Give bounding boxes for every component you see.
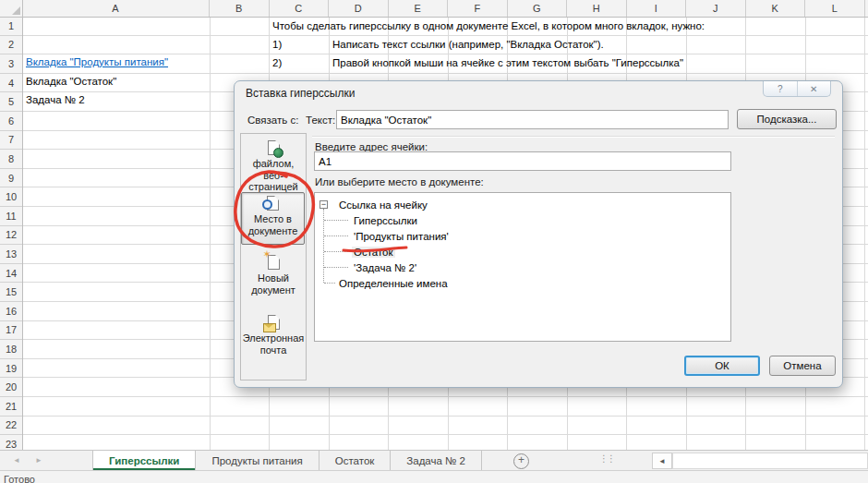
- help-icon[interactable]: ?: [764, 81, 797, 96]
- sheet-tabs: ГиперссылкиПродукты питанияОстатокЗадача…: [92, 451, 482, 470]
- close-icon[interactable]: ✕: [797, 81, 831, 96]
- insert-hyperlink-dialog: Вставка гиперссылки ? ✕ Связать с: Текст…: [234, 80, 843, 388]
- sheet-tab-1[interactable]: Гиперссылки: [92, 451, 196, 470]
- column-header-K[interactable]: K: [746, 0, 806, 17]
- row-header-5[interactable]: 5: [0, 92, 22, 112]
- link-to-item-label: Место в документе: [242, 213, 304, 236]
- tree-item-sheet-3[interactable]: Остаток: [324, 244, 395, 260]
- row-header-13[interactable]: 13: [0, 245, 22, 264]
- column-header-D[interactable]: D: [329, 0, 389, 17]
- link-to-new-document[interactable]: ✶Новый документ: [242, 252, 305, 296]
- row-header-17[interactable]: 17: [0, 321, 22, 341]
- cell-c1[interactable]: Чтобы сделать гиперссылку в одном докуме…: [272, 19, 705, 33]
- cell-d3[interactable]: Правой кнопкой мыши на ячейке с этим тек…: [332, 56, 683, 70]
- tree-item-label: 'Задача № 2': [352, 262, 418, 273]
- select-place-label: Или выберите место в документе:: [315, 176, 484, 187]
- place-in-document-icon: [267, 196, 279, 211]
- ok-button[interactable]: ОК: [684, 356, 760, 376]
- horizontal-scrollbar[interactable]: [672, 453, 868, 469]
- cell-address-input[interactable]: [314, 151, 731, 171]
- cell-d2[interactable]: Написать текст ссылки (например, "Вкладк…: [332, 38, 604, 52]
- dialog-sidebar: файлом, веб-страницейМесто в документе✶Н…: [240, 133, 307, 380]
- status-ready-label: Готово: [4, 474, 35, 483]
- row-header-14[interactable]: 14: [0, 264, 22, 284]
- sheet-tab-3[interactable]: Остаток: [319, 451, 392, 470]
- tree-item-label: Гиперссылки: [352, 215, 419, 226]
- row-header-22[interactable]: 22: [0, 417, 22, 436]
- cell-c3[interactable]: 2): [272, 56, 282, 70]
- row-header-20[interactable]: 20: [0, 378, 22, 397]
- column-header-G[interactable]: G: [508, 0, 568, 17]
- tree-item-label: 'Продукты питания': [352, 231, 451, 242]
- collapse-icon[interactable]: −: [319, 200, 328, 209]
- tree-item-sheet-1[interactable]: Гиперссылки: [324, 212, 419, 228]
- row-header-23[interactable]: 23: [0, 435, 22, 450]
- column-header-A[interactable]: A: [22, 0, 210, 17]
- tree-item-sheet-2[interactable]: 'Продукты питания': [324, 228, 451, 244]
- row-headers: 1234567891011121314151617181920212223: [0, 0, 23, 450]
- tab-scroll-right-icon[interactable]: ►: [35, 456, 42, 465]
- column-headers: ABCDEFGHIJKL: [0, 0, 868, 18]
- row-header-21[interactable]: 21: [0, 397, 22, 417]
- link-to-place-in-document[interactable]: Место в документе: [241, 192, 305, 245]
- row-header-4[interactable]: 4: [0, 74, 22, 93]
- tab-splitter-handle[interactable]: ⋮⋮: [599, 453, 614, 464]
- row-header-6[interactable]: 6: [0, 112, 22, 131]
- tree-connector: [324, 283, 335, 284]
- column-header-C[interactable]: C: [270, 0, 330, 17]
- dialog-title[interactable]: Вставка гиперссылки: [246, 87, 355, 100]
- tree-root-cell-reference[interactable]: Ссылка на ячейку: [337, 197, 429, 212]
- row-header-10[interactable]: 10: [0, 187, 22, 207]
- dialog-system-buttons: ? ✕: [763, 81, 831, 97]
- select-all-corner[interactable]: [0, 0, 23, 18]
- status-bar: Готово: [0, 470, 868, 483]
- row-header-3[interactable]: 3: [0, 54, 22, 74]
- sheet-tab-2[interactable]: Продукты питания: [196, 451, 319, 470]
- tree-root-defined-names[interactable]: Определенные имена: [337, 275, 450, 291]
- row-header-15[interactable]: 15: [0, 283, 22, 302]
- column-header-J[interactable]: J: [686, 0, 746, 17]
- link-to-label: Связать с:: [247, 115, 298, 126]
- hscroll-left-icon[interactable]: ◄: [652, 453, 672, 469]
- tree-item-label: Остаток: [352, 247, 395, 258]
- tree-item-sheet-4[interactable]: 'Задача № 2': [324, 260, 418, 275]
- email-address-icon: [268, 315, 280, 330]
- cell-a4[interactable]: Задача № 2: [26, 93, 85, 107]
- sheet-tab-4[interactable]: Задача № 2: [391, 451, 482, 470]
- link-to-item-label: файлом, веб-страницей: [242, 158, 305, 193]
- tree-connector: [324, 267, 348, 268]
- tab-scroll-left-icon[interactable]: ◄: [13, 456, 20, 465]
- cell-c2[interactable]: 1): [272, 38, 282, 52]
- text-label: Текст:: [306, 115, 335, 126]
- screentip-button[interactable]: Подсказка...: [737, 109, 837, 129]
- column-header-L[interactable]: L: [805, 0, 865, 17]
- row-header-1[interactable]: 1: [0, 17, 22, 36]
- column-header-H[interactable]: H: [567, 0, 627, 17]
- row-header-2[interactable]: 2: [0, 36, 22, 55]
- row-header-8[interactable]: 8: [0, 150, 22, 169]
- cancel-button[interactable]: Отмена: [769, 356, 836, 376]
- row-header-16[interactable]: 16: [0, 302, 22, 321]
- column-header-B[interactable]: B: [210, 0, 270, 17]
- row-header-18[interactable]: 18: [0, 340, 22, 359]
- link-to-item-label: Электронная почта: [242, 332, 305, 356]
- tree-connector: [324, 220, 348, 221]
- column-header-E[interactable]: E: [389, 0, 449, 17]
- tree-connector: [324, 251, 348, 252]
- cell-a3[interactable]: Вкладка "Остаток": [26, 75, 116, 89]
- column-header-F[interactable]: F: [448, 0, 508, 17]
- display-text-input[interactable]: [336, 110, 729, 129]
- sheet-tab-bar: ◄ ► ГиперссылкиПродукты питанияОстатокЗа…: [0, 450, 868, 470]
- link-to-email-address[interactable]: Электронная почта: [242, 312, 305, 356]
- link-to-item-label: Новый документ: [242, 272, 305, 296]
- new-sheet-button[interactable]: +: [513, 453, 529, 469]
- tree-root-label: Определенные имена: [337, 278, 450, 289]
- row-header-11[interactable]: 11: [0, 207, 22, 226]
- column-header-I[interactable]: I: [627, 0, 687, 17]
- row-header-19[interactable]: 19: [0, 359, 22, 379]
- cell-a2-hyperlink[interactable]: Вкладка "Продукты питания": [26, 55, 168, 69]
- row-header-7[interactable]: 7: [0, 131, 22, 151]
- row-header-9[interactable]: 9: [0, 169, 22, 188]
- link-to-existing-file-or-web-page[interactable]: файлом, веб-страницей: [242, 138, 305, 193]
- row-header-12[interactable]: 12: [0, 226, 22, 246]
